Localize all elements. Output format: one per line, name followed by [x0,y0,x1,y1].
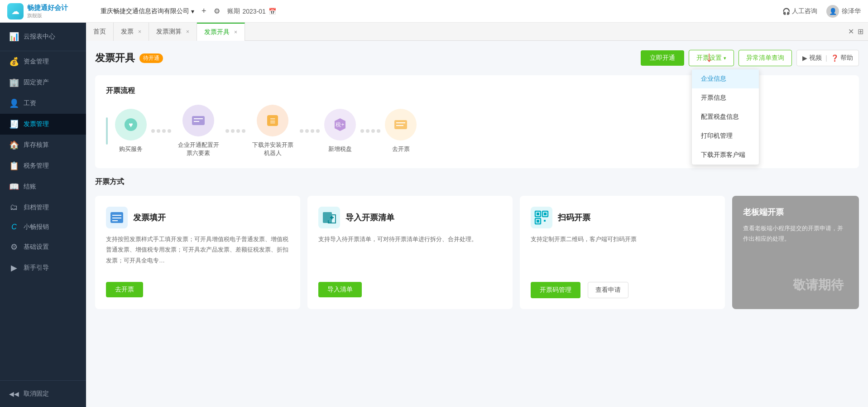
sidebar-item-settlement[interactable]: 📖 结账 [0,176,86,197]
scan-code-view-button[interactable]: 查看申请 [588,282,628,298]
flow-item-label: 下载并安装开票机器人 [250,141,295,157]
sidebar-item-invoice-mgmt[interactable]: 🧾 发票管理 [0,114,86,135]
headset-icon: 🎧 [782,8,790,15]
method-card-boss-invoice: 老板端开票 查看老板端小程序提交的开票申请，并作出相应的处理。 敬请期待 [732,196,859,309]
account-period: 账期 2023-01 📅 [227,7,276,15]
import-list-desc: 支持导入待开票清单，可对待开票清单进行拆分、合并处理。 [318,234,502,275]
sidebar-item-tax-mgmt[interactable]: 📋 税务管理 [0,155,86,176]
tax-icon: 📋 [9,161,19,171]
abnormal-list-button[interactable]: 异常清单查询 [739,50,792,66]
status-badge: 待开通 [139,53,163,63]
tab-home-label: 首页 [93,28,106,36]
basic-settings-icon: ⚙ [9,242,19,252]
method-card-import-list: 导入开票清单 支持导入待开票清单，可对待开票清单进行拆分、合并处理。 导入清单 [307,196,513,309]
download-icon: ☰ [257,105,288,136]
user-avatar: 👤 [826,5,839,18]
cancel-fixed-icon: ◀◀ [9,390,19,397]
tab-invoice-calc-close[interactable]: × [186,29,189,35]
activate-button[interactable]: 立即开通 [641,50,684,66]
archive-icon: 🗂 [9,203,19,212]
sidebar-item-label: 税务管理 [24,162,49,170]
sidebar-item-inventory[interactable]: 🏠 库存核算 [0,135,86,155]
tab-maximize-button[interactable]: ⊞ [858,27,863,36]
sidebar-item-new-guide[interactable]: ▶ 新手引导 [0,257,86,278]
method-section: 开票方式 发票填开 支持按照发票样式手工填开发票；可开具增值税电子普通发票、增值… [95,177,859,309]
company-selector[interactable]: 重庆畅捷交通信息咨询有限公司 ▾ [101,7,194,15]
flow-item-label: 企业开通配置开票六要素 [176,141,221,157]
sidebar-item-basic-settings[interactable]: ⚙ 基础设置 [0,237,86,257]
method-card-scan-code: 扫码开票 支持定制开票二维码，客户端可扫码开票 开票码管理 查看申请 [520,196,725,309]
flow-connector-3 [295,129,324,133]
company-name-text: 重庆畅捷交通信息咨询有限公司 [101,7,189,15]
sidebar-item-label: 基础设置 [24,243,49,251]
video-button[interactable]: ▶ 视频 | ❓ 帮助 [796,50,859,66]
manual-fill-go-button[interactable]: 去开票 [106,282,143,297]
tab-invoice-open-close[interactable]: × [234,29,237,35]
play-icon: ▶ [802,54,807,62]
svg-rect-20 [537,213,539,215]
tab-invoice-close[interactable]: × [138,29,141,35]
flow-item-tax-disk: 税+ 新增税盘 [324,109,356,153]
period-value: 2023-01 [243,8,266,15]
scan-code-title: 扫码开票 [558,212,590,223]
support-button[interactable]: 🎧 人工咨询 [782,7,817,15]
sidebar-item-cancel-fixed[interactable]: ◀◀ 取消固定 [0,384,86,403]
boss-invoice-desc: 查看老板端小程序提交的开票申请，并作出相应的处理。 [743,223,848,244]
sidebar-item-cloud-report[interactable]: 📊 云报表中心 [0,26,86,47]
sidebar-item-fixed-assets[interactable]: 🏢 固定资产 [0,72,86,93]
flow-connector-4 [356,129,385,133]
svg-text:税+: 税+ [336,121,344,128]
flow-item-buy-service: ♥ 购买服务 [115,109,147,153]
flow-item-label: 新增税盘 [328,145,352,153]
tab-invoice-label: 发票 [121,28,134,36]
tab-invoice[interactable]: 发票 × [114,23,149,41]
dropdown-item-tax-disk-info[interactable]: 配置税盘信息 [692,107,759,126]
scan-code-icon [531,207,552,228]
app-logo-subtitle: 旗舰版 [27,12,68,19]
calendar-icon[interactable]: 📅 [269,8,276,15]
sidebar-item-label: 新手引导 [24,264,49,272]
dropdown-item-invoice-info[interactable]: 开票信息 [692,88,759,107]
svg-rect-9 [394,120,407,129]
svg-text:♥: ♥ [129,121,133,129]
dropdown-item-printer-mgmt[interactable]: 打印机管理 [692,126,759,145]
tab-close-button[interactable]: ✕ [848,27,854,36]
settings-gear-icon[interactable]: ⚙ [214,7,220,15]
method-section-title: 开票方式 [95,177,859,187]
sidebar-item-label: 云报表中心 [24,33,55,41]
add-icon[interactable]: + [201,6,206,16]
sidebar-item-label: 取消固定 [24,390,49,398]
svg-rect-22 [537,220,539,223]
settings-dropdown: ↑ 企业信息 开票信息 配置税盘信息 打印机管理 下载开票客户端 [691,69,759,165]
buy-service-icon: ♥ [115,109,147,141]
sidebar-item-label: 小畅报销 [24,223,49,231]
dropdown-item-company-info[interactable]: 企业信息 [692,69,759,88]
user-area[interactable]: 👤 徐泽华 [826,5,861,18]
video-label: 视频 [809,54,822,62]
scan-code-manage-button[interactable]: 开票码管理 [531,282,580,298]
flow-connector-2 [221,129,250,133]
method-card-manual-fill: 发票填开 支持按照发票样式手工填开发票；可开具增值税电子普通发票、增值税普通发票… [95,196,300,309]
tab-invoice-open[interactable]: 发票开具 × [197,23,245,41]
boss-invoice-overlay: 敬请期待 [793,276,844,294]
user-name: 徐泽华 [842,7,861,15]
tab-invoice-calc[interactable]: 发票测算 × [149,23,197,41]
sidebar-item-fund-mgmt[interactable]: 💰 资金管理 [0,51,86,72]
flow-connector-1 [147,129,176,133]
sidebar-item-salary[interactable]: 👤 工资 [0,93,86,114]
flow-item-label: 购买服务 [119,145,143,153]
sidebar-item-label: 工资 [24,99,36,107]
report-sales-icon: C [9,223,19,231]
manual-fill-desc: 支持按照发票样式手工填开发票；可开具增值税电子普通发票、增值税普通发票、增值税专… [106,234,289,275]
fixed-assets-icon: 🏢 [9,78,19,87]
tab-invoice-open-label: 发票开具 [204,28,230,36]
chevron-down-icon: ▾ [724,55,726,61]
sidebar-item-archive[interactable]: 🗂 归档管理 [0,197,86,218]
import-list-button[interactable]: 导入清单 [318,282,362,297]
go-invoice-icon [385,109,417,141]
help-icon: ❓ [831,54,839,62]
sidebar-item-report-sales[interactable]: C 小畅报销 [0,218,86,237]
dropdown-item-download-client[interactable]: 下载开票客户端 [692,145,759,165]
tab-home[interactable]: 首页 [86,23,114,41]
sidebar-item-label: 固定资产 [24,78,49,87]
